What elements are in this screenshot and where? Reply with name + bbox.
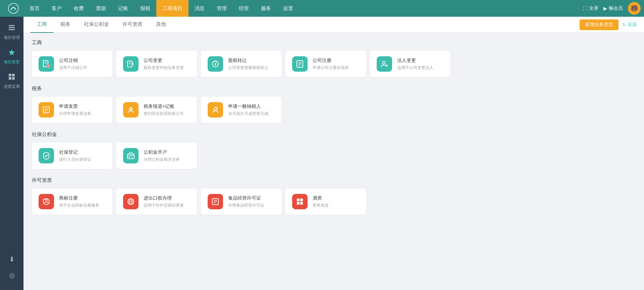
svg-rect-26 (43, 107, 49, 113)
nav-home[interactable]: 首页 (23, 0, 46, 17)
sidebar-label-project-manage: 项目管理 (4, 35, 20, 41)
company-change-icon (123, 56, 139, 72)
general-taxpayer-title: 申请一般纳税人 (228, 103, 268, 110)
scroll-content: 工商 公司注销 适用于 (23, 33, 644, 290)
trademark-text: 商标注册 用于企业商标注册服务 (59, 195, 99, 208)
equity-transfer-title: 股权转让 (228, 58, 268, 64)
trademark-desc: 用于企业商标注册服务 (59, 203, 99, 208)
app-logo (3, 3, 23, 14)
company-register-desc: 申请公司注册全流程 (313, 65, 349, 71)
sidebar-item-project-manage[interactable]: 项目管理 (0, 20, 23, 45)
tab-other[interactable]: 其他 (149, 17, 173, 33)
company-register-text: 公司注册 申请公司注册全流程 (313, 58, 349, 71)
nav-ticket[interactable]: 票据 (90, 0, 112, 17)
sidebar: 项目管理 项目类型 进度监测 ⬇ (0, 17, 23, 290)
cards-grid-gongshang: 公司注销 适用于注销公司 公司变更 (32, 51, 636, 77)
tab-gongshang[interactable]: 工商 (30, 17, 54, 33)
project-type-icon (8, 49, 15, 58)
card-social-security[interactable]: 社保登记 进行人员社保登记 (32, 143, 112, 169)
alcohol-desc: 零售批发 (313, 203, 329, 208)
general-taxpayer-desc: 当月或次月成变更完成 (228, 111, 268, 117)
sidebar-item-progress[interactable]: 进度监测 (0, 69, 23, 93)
card-company-change[interactable]: 公司变更 股权变更外的业务变更 (116, 51, 197, 77)
cards-grid-xuke: 商标注册 用于企业商标注册服务 (32, 189, 636, 215)
new-business-type-button[interactable]: 新增业务类型 (580, 19, 619, 30)
company-register-icon (292, 56, 308, 72)
general-taxpayer-text: 申请一般纳税人 当月或次月成变更完成 (228, 103, 268, 117)
legal-change-title: 法人变更 (397, 58, 433, 64)
svg-rect-50 (297, 202, 300, 205)
svg-point-32 (214, 107, 217, 110)
card-alcohol[interactable]: 酒类 零售批发 (285, 189, 366, 215)
company-cancel-icon (39, 56, 54, 72)
tax-report-icon (123, 102, 139, 118)
svg-rect-6 (12, 74, 15, 76)
nav-items: 首页 客户 收费 票据 记账 报税 工商项目 消息 管理 经营 服务 设置 (23, 0, 583, 17)
equity-transfer-text: 股权转让 公司变更需要股权转让 (228, 58, 268, 71)
sidebar-download[interactable]: ⬇ (0, 251, 23, 267)
content-area: 工商 税务 社保公积金 许可资质 其他 新增业务类型 ↻ 刷新 工商 (23, 17, 644, 290)
alcohol-title: 酒类 (313, 195, 329, 201)
provident-fund-icon (123, 148, 139, 163)
food-license-desc: 办理食品经营许可证 (228, 203, 264, 208)
import-export-text: 进出口权办理 适用于对外贸易经营者 (144, 195, 184, 208)
vip-btn[interactable]: ▶ 畅会员 (603, 5, 623, 11)
tab-xuke[interactable]: 许可资质 (116, 17, 149, 33)
nav-service[interactable]: 服务 (255, 0, 277, 17)
sidebar-item-project-type[interactable]: 项目类型 (0, 45, 23, 69)
nav-manage[interactable]: 管理 (211, 0, 233, 17)
card-provident-fund[interactable]: 公积金开户 办理公积金相关业务 (116, 143, 197, 169)
card-equity-transfer[interactable]: ¥ 股权转让 公司变更需要股权转让 (201, 51, 281, 77)
vip-icon: ▶ (603, 6, 607, 11)
nav-message[interactable]: 消息 (189, 0, 211, 17)
card-food-license[interactable]: 食品经营许可证 办理食品经营许可证 (201, 189, 281, 215)
nav-right: ⛶ 全屏 ▶ 畅会员 🐻 (583, 2, 641, 15)
card-general-taxpayer[interactable]: 申请一般纳税人 当月或次月成变更完成 (201, 97, 281, 123)
food-license-title: 食品经营许可证 (228, 195, 264, 201)
tab-bar: 工商 税务 社保公积金 许可资质 其他 新增业务类型 ↻ 刷新 (23, 17, 644, 33)
refresh-button[interactable]: ↻ 刷新 (623, 22, 637, 28)
card-company-register[interactable]: 公司注册 申请公司注册全流程 (285, 51, 366, 77)
trademark-icon (39, 194, 54, 209)
nav-customer[interactable]: 客户 (46, 0, 68, 17)
general-taxpayer-icon (208, 102, 223, 118)
tab-shuiwu[interactable]: 税务 (54, 17, 77, 33)
legal-change-desc: 适用于公司变更法人 (397, 65, 433, 71)
company-cancel-text: 公司注销 适用于注销公司 (59, 58, 87, 71)
section-title-gongshang: 工商 (32, 40, 636, 46)
card-company-cancel[interactable]: 公司注销 适用于注销公司 (32, 51, 112, 77)
section-title-xuke: 许可资质 (32, 177, 636, 184)
nav-tax[interactable]: 报税 (134, 0, 156, 17)
social-security-text: 社保登记 进行人员社保登记 (59, 149, 91, 162)
card-trademark[interactable]: 商标注册 用于企业商标注册服务 (32, 189, 112, 215)
sidebar-location[interactable]: ◎ (0, 267, 23, 283)
main-layout: 项目管理 项目类型 进度监测 ⬇ (0, 17, 644, 290)
nav-business[interactable]: 工商项目 (156, 0, 189, 17)
tax-report-title: 税务报道+记账 (144, 103, 184, 110)
section-title-shebao: 社保公积金 (32, 131, 636, 138)
provident-fund-text: 公积金开户 办理公积金相关业务 (144, 149, 180, 162)
svg-rect-2 (9, 27, 15, 28)
nav-operation[interactable]: 经营 (233, 0, 255, 17)
invoice-apply-title: 申请发票 (59, 103, 91, 110)
avatar[interactable]: 🐻 (628, 2, 641, 15)
svg-point-35 (128, 156, 130, 158)
svg-point-38 (45, 199, 47, 201)
card-import-export[interactable]: 进出口权办理 适用于对外贸易经营者 (116, 189, 197, 215)
tab-shebao[interactable]: 社保公积金 (77, 17, 116, 33)
refresh-icon: ↻ (623, 22, 627, 27)
social-security-title: 社保登记 (59, 149, 91, 155)
fullscreen-icon: ⛶ (583, 6, 587, 11)
nav-accounting[interactable]: 记账 (112, 0, 134, 17)
alcohol-text: 酒类 零售批发 (313, 195, 329, 208)
svg-rect-1 (9, 25, 15, 26)
nav-fee[interactable]: 收费 (68, 0, 90, 17)
nav-settings[interactable]: 设置 (277, 0, 299, 17)
svg-point-0 (8, 3, 18, 13)
svg-rect-5 (9, 74, 11, 76)
card-invoice-apply[interactable]: 申请发票 办理申请发票业务 (32, 97, 112, 123)
fullscreen-btn[interactable]: ⛶ 全屏 (583, 5, 598, 11)
card-tax-report[interactable]: 税务报道+记账 拿到营业执照的新公司 (116, 97, 197, 123)
invoice-apply-desc: 办理申请发票业务 (59, 111, 91, 117)
card-legal-change[interactable]: 法人变更 适用于公司变更法人 (370, 51, 450, 77)
